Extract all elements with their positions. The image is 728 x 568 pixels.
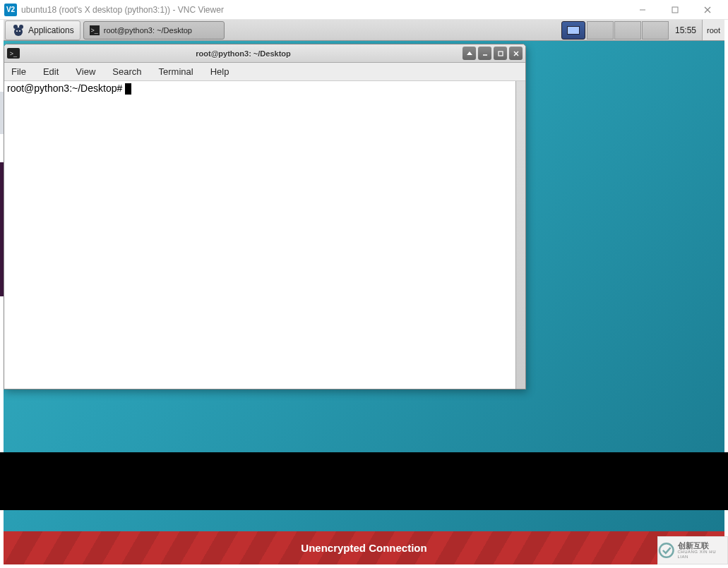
- menu-terminal[interactable]: Terminal: [156, 65, 196, 78]
- minimize-button[interactable]: [626, 0, 659, 20]
- left-edge-decoration: [0, 92, 4, 134]
- minimize-icon: [482, 50, 489, 57]
- terminal-maximize-button[interactable]: [494, 47, 507, 60]
- menu-view[interactable]: View: [73, 65, 98, 78]
- svg-point-7: [16, 30, 18, 32]
- menu-file[interactable]: File: [8, 65, 29, 78]
- terminal-window: >_ root@python3: ~/Desktop: [4, 44, 526, 389]
- tray-slot[interactable]: [642, 21, 669, 40]
- panel-user[interactable]: root: [702, 20, 724, 40]
- svg-point-5: [13, 25, 18, 29]
- applications-label: Applications: [28, 25, 74, 35]
- tray-display-icon[interactable]: [561, 21, 585, 40]
- minimize-icon: [639, 6, 646, 13]
- menu-search[interactable]: Search: [109, 65, 144, 78]
- maximize-button[interactable]: [659, 0, 691, 20]
- vnc-logo-icon: V2: [4, 4, 17, 16]
- maximize-icon: [497, 50, 504, 57]
- terminal-cursor: [125, 83, 131, 95]
- applications-menu-button[interactable]: Applications: [5, 20, 80, 40]
- terminal-output[interactable]: root@python3:~/Desktop#: [4, 81, 515, 389]
- taskbar-item-terminal[interactable]: >_ root@python3: ~/Desktop: [83, 21, 225, 40]
- svg-point-8: [19, 30, 20, 32]
- xfce-mouse-icon: [11, 23, 25, 37]
- warning-text: Unencrypted Connection: [301, 542, 426, 554]
- left-edge-decoration: [0, 162, 4, 296]
- terminal-body[interactable]: root@python3:~/Desktop#: [4, 81, 525, 389]
- svg-point-13: [660, 543, 674, 557]
- close-button[interactable]: [691, 0, 724, 20]
- warning-banner: Unencrypted Connection: [4, 531, 724, 564]
- tray-slot[interactable]: [614, 21, 641, 40]
- terminal-up-button[interactable]: [463, 47, 476, 60]
- terminal-menubar: File Edit View Search Terminal Help: [4, 63, 525, 81]
- terminal-titlebar[interactable]: >_ root@python3: ~/Desktop: [4, 44, 525, 63]
- menu-edit[interactable]: Edit: [40, 65, 61, 78]
- terminal-prompt: root@python3:~/Desktop#: [7, 83, 122, 94]
- terminal-close-button[interactable]: [509, 47, 523, 60]
- terminal-minimize-button[interactable]: [478, 47, 491, 60]
- terminal-title-icon: >_: [7, 48, 20, 59]
- corp-logo-sub: CHUANG XIN HU LIAN: [678, 550, 728, 559]
- terminal-scrollbar[interactable]: [515, 81, 525, 389]
- xfce-panel: Applications >_ root@python3: ~/Desktop …: [4, 20, 724, 41]
- vnc-titlebar: V2 ubuntu18 (root's X desktop (python3:1…: [0, 0, 728, 20]
- terminal-title: root@python3: ~/Desktop: [24, 49, 463, 58]
- svg-point-6: [19, 25, 23, 29]
- close-icon: [513, 50, 520, 57]
- svg-rect-1: [672, 7, 678, 13]
- arrow-up-icon: [466, 50, 473, 57]
- svg-rect-10: [499, 52, 503, 56]
- menu-help[interactable]: Help: [208, 65, 232, 78]
- vnc-window-title: ubuntu18 (root's X desktop (python3:1)) …: [21, 5, 626, 15]
- maximize-icon: [672, 6, 679, 13]
- black-bar: [0, 452, 728, 510]
- taskbar-item-label: root@python3: ~/Desktop: [104, 26, 192, 35]
- terminal-task-icon: >_: [90, 25, 100, 35]
- corp-logo: 创新互联 CHUANG XIN HU LIAN: [657, 536, 728, 564]
- corp-logo-icon: [658, 542, 675, 559]
- close-icon: [704, 6, 711, 13]
- corp-logo-name: 创新互联: [678, 542, 728, 550]
- panel-clock[interactable]: 15:55: [669, 25, 702, 35]
- tray-slot[interactable]: [587, 21, 614, 40]
